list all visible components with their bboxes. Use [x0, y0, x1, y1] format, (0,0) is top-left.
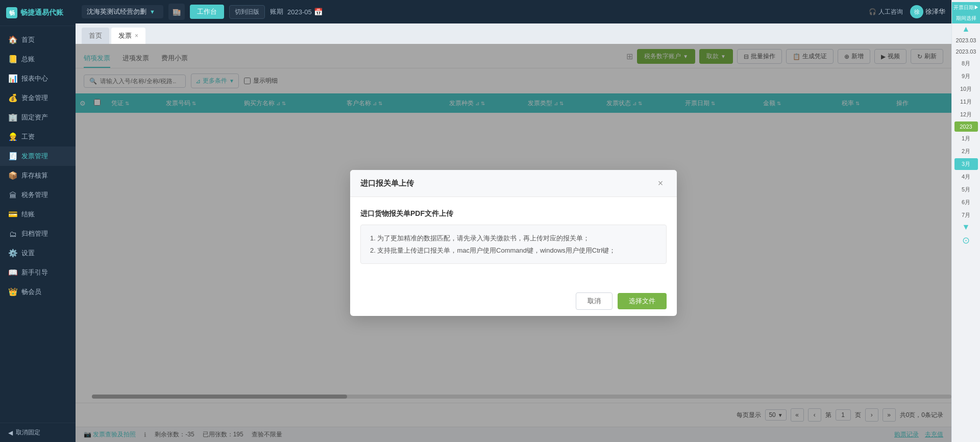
logo-icon: 畅: [6, 7, 17, 18]
sidebar-bottom-pin[interactable]: ◀ 取消固定: [0, 423, 76, 442]
company-name: 沈海英测试经营勿删: [87, 7, 146, 16]
select-file-button[interactable]: 选择文件: [618, 293, 667, 309]
reports-icon: 📊: [8, 74, 17, 83]
settlement-icon: 💳: [8, 210, 17, 219]
worktable-button[interactable]: 工作台: [190, 5, 224, 19]
sidebar-item-archive[interactable]: 🗂 归档管理: [0, 224, 76, 243]
user-avatar: 徐: [910, 5, 923, 18]
sidebar-item-label: 库存核算: [21, 171, 48, 180]
sidebar-item-label: 新手引导: [21, 268, 48, 277]
archive-icon: 🗂: [8, 229, 17, 238]
calendar-month-9[interactable]: 2月: [954, 145, 978, 157]
member-icon: 👑: [8, 287, 17, 297]
sidebar-item-inventory[interactable]: 📦 库存核算: [0, 166, 76, 185]
sidebar-item-assets[interactable]: 🏢 固定资产: [0, 108, 76, 127]
tab-invoices[interactable]: 发票 ×: [111, 28, 145, 44]
modal-body: 进口货物报关单PDF文件上传 1. 为了更加精准的数据匹配，请先录入海关缴款书，…: [350, 197, 677, 286]
tab-close-icon[interactable]: ×: [135, 32, 138, 39]
calendar-month-8[interactable]: 1月: [954, 133, 978, 144]
app-logo: 畅 畅捷通易代账: [0, 0, 76, 26]
modal-header: 进口报关单上传 ×: [350, 170, 677, 197]
sidebar-item-tax[interactable]: 🏛 税务管理: [0, 185, 76, 205]
sidebar-item-label: 发票管理: [21, 152, 48, 161]
tab-bar: 首页 发票 ×: [76, 23, 951, 44]
finance-icon: 💰: [8, 93, 17, 103]
payroll-icon: 👷: [8, 132, 17, 141]
sidebar-item-payroll[interactable]: 👷 工资: [0, 127, 76, 146]
building-icon: 🏬: [173, 8, 181, 16]
modal-title: 进口报关单上传: [360, 179, 414, 188]
calendar-month-10[interactable]: 3月: [954, 158, 978, 170]
username: 徐泽华: [925, 7, 945, 16]
calendar-month-0[interactable]: 2023.03: [954, 35, 978, 45]
sidebar-item-settings[interactable]: ⚙️ 设置: [0, 243, 76, 263]
period-display: 账期 2023-05 📅: [270, 7, 323, 16]
tab-invoices-label: 发票: [118, 31, 132, 40]
calendar-month-11[interactable]: 4月: [954, 171, 978, 183]
sidebar-nav: 🏠 首页 📒 总账 📊 报表中心 💰 资金管理 🏢 固定资产 👷 工资 🧾 发票…: [0, 26, 76, 423]
info-item-1: 1. 为了更加精准的数据匹配，请先录入海关缴款书，再上传对应的报关单；: [370, 232, 657, 244]
ledger-icon: 📒: [8, 55, 17, 64]
company-icon-btn[interactable]: 🏬: [168, 4, 185, 20]
headset-icon: 🎧: [869, 8, 876, 15]
pin-icon: ◀: [8, 429, 13, 436]
guide-icon: 📖: [8, 268, 17, 277]
assets-icon: 🏢: [8, 113, 17, 122]
sidebar-item-reports[interactable]: 📊 报表中心: [0, 69, 76, 88]
calendar-month-3[interactable]: 9月: [954, 70, 978, 82]
sidebar-item-label: 工资: [21, 132, 35, 141]
tab-home[interactable]: 首页: [82, 28, 109, 44]
calendar-month-1[interactable]: 2023.03: [954, 46, 978, 57]
switch-old-button[interactable]: 切到旧版: [229, 5, 265, 19]
sidebar-item-label: 税务管理: [21, 190, 48, 200]
sidebar-item-finance[interactable]: 💰 资金管理: [0, 88, 76, 108]
sidebar-item-label: 总账: [21, 55, 35, 64]
invoices-icon: 🧾: [8, 152, 17, 161]
calendar-month-12[interactable]: 5月: [954, 184, 978, 195]
calendar-month-2[interactable]: 8月: [954, 58, 978, 69]
calendar-month-5[interactable]: 11月: [954, 96, 978, 108]
expand-icon: ⊙: [962, 235, 970, 246]
sidebar-item-label: 资金管理: [21, 93, 48, 103]
calendar-year-2023[interactable]: 2023: [954, 121, 978, 132]
main-area: 沈海英测试经营勿删 ▼ 🏬 工作台 切到旧版 账期 2023-05 📅 🎧 人工…: [76, 0, 951, 442]
modal-cancel-button[interactable]: 取消: [576, 292, 612, 310]
help-button[interactable]: 🎧 人工咨询: [869, 8, 903, 16]
sidebar-item-label: 畅会员: [21, 287, 41, 297]
period-select-label: 期间选择: [952, 13, 980, 23]
content-area: 首页 发票 × 销项发票 进项发票 费用小票: [76, 23, 951, 442]
calendar-down-btn[interactable]: ▼: [958, 222, 974, 233]
calendar-month-14[interactable]: 7月: [954, 209, 978, 221]
calendar-icon[interactable]: 📅: [314, 8, 323, 16]
calendar-up-btn[interactable]: ▲: [958, 23, 974, 35]
info-item-2: 2. 支持批量上传进口报关单，mac用户使用Command键，windows用户…: [370, 244, 657, 256]
sidebar-item-guide[interactable]: 📖 新手引导: [0, 263, 76, 282]
sidebar-item-label: 报表中心: [21, 74, 48, 83]
period-value: 2023-05: [287, 8, 312, 16]
calendar-month-4[interactable]: 10月: [954, 83, 978, 95]
right-panel: 开票日期▶ 期间选择 ▲ 2023.03 2023.03 8月 9月 10月 1…: [951, 0, 980, 442]
sidebar-item-settlement[interactable]: 💳 结账: [0, 205, 76, 224]
user-profile[interactable]: 徐 徐泽华: [910, 5, 945, 18]
modal-overlay[interactable]: 进口报关单上传 × 进口货物报关单PDF文件上传 1. 为了更加精准的数据匹配，…: [76, 44, 951, 442]
calendar-month-13[interactable]: 6月: [954, 197, 978, 208]
page-content: 销项发票 进项发票 费用小票 ⊞ 税务数字账户 ▼: [76, 44, 951, 442]
modal-close-button[interactable]: ×: [654, 177, 667, 189]
sidebar-item-ledger[interactable]: 📒 总账: [0, 50, 76, 69]
sidebar-item-label: 首页: [21, 35, 35, 44]
modal-footer: 取消 选择文件: [350, 286, 677, 316]
open-period-button[interactable]: 开票日期▶: [952, 2, 980, 13]
sidebar-item-member[interactable]: 👑 畅会员: [0, 282, 76, 302]
calendar-expand-btn[interactable]: ⊙: [958, 235, 974, 246]
topbar-right: 🎧 人工咨询 徐 徐泽华: [869, 5, 945, 18]
calendar-month-6[interactable]: 12月: [954, 109, 978, 120]
company-selector[interactable]: 沈海英测试经营勿删 ▼: [82, 5, 163, 18]
upload-info-box: 1. 为了更加精准的数据匹配，请先录入海关缴款书，再上传对应的报关单； 2. 支…: [360, 225, 667, 264]
pin-label: 取消固定: [16, 428, 40, 437]
sidebar-item-home[interactable]: 🏠 首页: [0, 30, 76, 50]
tax-icon: 🏛: [8, 190, 17, 200]
sidebar-item-invoices[interactable]: 🧾 发票管理: [0, 146, 76, 166]
settings-icon: ⚙️: [8, 249, 17, 258]
sidebar: 畅 畅捷通易代账 🏠 首页 📒 总账 📊 报表中心 💰 资金管理 🏢 固定资产 …: [0, 0, 76, 442]
sidebar-item-label: 结账: [21, 210, 35, 219]
